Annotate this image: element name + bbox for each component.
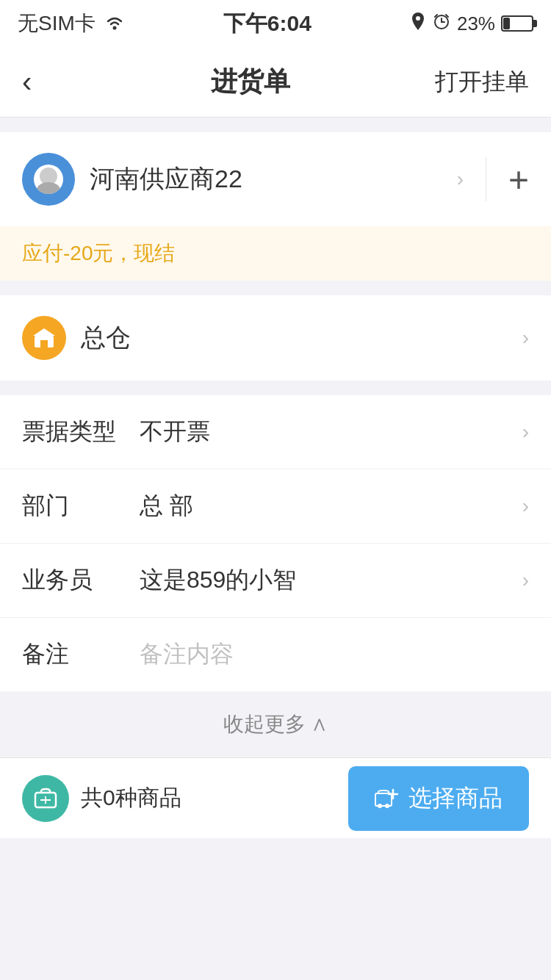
remark-input[interactable]: 备注内容 (140, 638, 529, 671)
svg-rect-7 (375, 793, 392, 806)
status-bar: 无SIM卡 下午6:04 23% (0, 0, 551, 47)
svg-rect-5 (40, 340, 48, 347)
invoice-type-value: 不开票 (140, 416, 522, 448)
invoice-type-chevron-icon: › (522, 420, 529, 444)
supplier-name: 河南供应商22 (90, 162, 457, 196)
invoice-type-row[interactable]: 票据类型 不开票 › (0, 395, 551, 469)
product-icon (22, 775, 69, 822)
alarm-icon (432, 12, 451, 36)
open-pending-button[interactable]: 打开挂单 (435, 66, 529, 98)
svg-point-8 (378, 804, 382, 808)
supplier-chevron-icon[interactable]: › (457, 167, 464, 191)
svg-point-0 (112, 26, 116, 30)
supplier-row[interactable]: 河南供应商22 › + (0, 132, 551, 226)
section-gap-1 (0, 118, 551, 132)
battery-icon (501, 15, 533, 32)
status-left: 无SIM卡 (18, 10, 125, 37)
department-label: 部门 (22, 490, 140, 522)
location-icon (410, 11, 426, 37)
warehouse-icon (22, 316, 66, 360)
wifi-icon (104, 12, 125, 35)
battery-percent: 23% (457, 12, 495, 35)
select-product-button[interactable]: 选择商品 (348, 766, 529, 831)
status-right: 23% (410, 11, 533, 37)
bottom-bar: 共0种商品 选择商品 (0, 757, 551, 838)
department-chevron-icon: › (522, 494, 529, 518)
remark-row[interactable]: 备注 备注内容 (0, 618, 551, 691)
salesman-label: 业务员 (22, 564, 140, 597)
status-time: 下午6:04 (223, 9, 311, 39)
add-supplier-button[interactable]: + (508, 159, 529, 200)
supplier-actions: › + (457, 157, 529, 201)
product-info: 共0种商品 (22, 775, 348, 822)
collapse-button[interactable]: 收起更多 ∧ (0, 691, 551, 757)
vertical-divider (486, 157, 486, 201)
supplier-avatar (22, 153, 75, 206)
svg-point-1 (416, 16, 420, 21)
invoice-type-label: 票据类型 (22, 416, 140, 448)
carrier-label: 无SIM卡 (18, 10, 96, 37)
remark-label: 备注 (22, 638, 140, 671)
avatar-inner (34, 165, 63, 194)
supplier-section: 河南供应商22 › + 应付-20元，现结 (0, 132, 551, 281)
warehouse-section: 总仓 › (0, 295, 551, 381)
svg-marker-4 (33, 328, 55, 336)
page-title: 进货单 (211, 64, 290, 100)
collapse-label: 收起更多 ∧ (223, 713, 328, 735)
salesman-chevron-icon: › (522, 569, 529, 592)
svg-point-9 (385, 804, 389, 808)
nav-bar: ‹ 进货单 打开挂单 (0, 47, 551, 118)
department-row[interactable]: 部门 总 部 › (0, 469, 551, 544)
warehouse-chevron-icon: › (522, 326, 529, 350)
main-content: 河南供应商22 › + 应付-20元，现结 总仓 › (0, 118, 551, 980)
notice-text: 应付-20元，现结 (22, 242, 175, 264)
section-gap-3 (0, 381, 551, 395)
notice-banner: 应付-20元，现结 (0, 226, 551, 281)
form-section: 票据类型 不开票 › 部门 总 部 › 业务员 这是859的小智 › 备注 备注… (0, 395, 551, 691)
section-gap-2 (0, 281, 551, 295)
back-button[interactable]: ‹ (22, 65, 66, 98)
product-count-label: 共0种商品 (81, 783, 181, 813)
warehouse-name: 总仓 (81, 321, 522, 355)
salesman-value: 这是859的小智 (140, 564, 522, 597)
warehouse-row[interactable]: 总仓 › (0, 295, 551, 381)
department-value: 总 部 (140, 490, 522, 522)
select-product-label: 选择商品 (408, 782, 503, 815)
salesman-row[interactable]: 业务员 这是859的小智 › (0, 544, 551, 618)
